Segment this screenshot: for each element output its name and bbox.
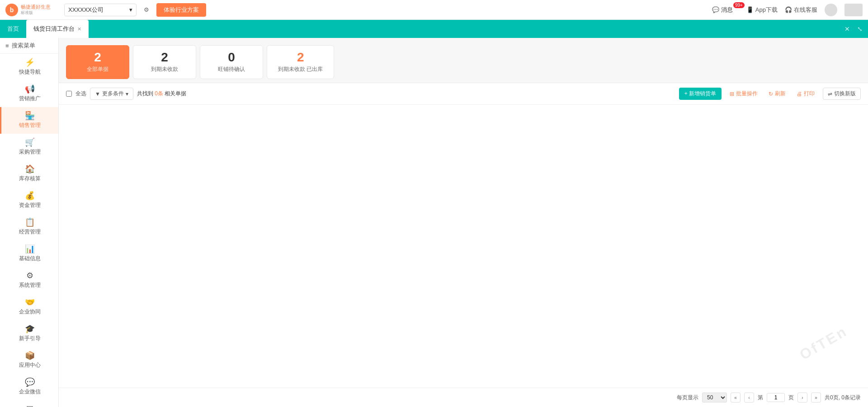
sidebar-item-sales[interactable]: 🏪 销售管理 xyxy=(0,107,58,134)
stat-card-overdue[interactable]: 2 到期未收款 xyxy=(133,45,196,79)
inventory-icon: 🏠 xyxy=(25,165,35,173)
main-layout: ≡ 搜索菜单 ⚡ 快捷导航 📢 营销推广 🏪 销售管理 🛒 采购管理 🏠 库存核… xyxy=(0,38,868,407)
message-button[interactable]: 💬 消息 99+ xyxy=(712,6,739,14)
quick-nav-icon: ⚡ xyxy=(25,58,35,66)
tab-bar-actions: ✕ ⤡ xyxy=(843,23,868,34)
sidebar-item-marketing[interactable]: 📢 营销推广 xyxy=(0,80,58,107)
prev-page-button[interactable]: ‹ xyxy=(744,393,754,402)
sidebar-item-enterprise-label: 企业协同 xyxy=(19,308,41,316)
sidebar-item-guide[interactable]: 🎓 新手引导 xyxy=(0,320,58,347)
switch-new-version-button[interactable]: ⇌ 切换新版 xyxy=(823,88,861,100)
watermark: OfTEn xyxy=(797,323,851,363)
stat-card-wangpu[interactable]: 0 旺铺待确认 xyxy=(200,45,263,79)
app-name: 畅捷通好生意 xyxy=(21,4,51,10)
print-label: 打印 xyxy=(804,90,815,98)
company-selector[interactable]: XXXXXX公司 ▾ xyxy=(64,4,137,16)
sidebar-item-purchase-label: 采购管理 xyxy=(19,148,41,156)
first-page-button[interactable]: « xyxy=(731,393,741,402)
sidebar-item-app-center[interactable]: 📦 应用中心 xyxy=(0,347,58,374)
total-text: 共0页, 0条记录 xyxy=(825,394,861,402)
refresh-button[interactable]: ↻ 刷新 xyxy=(766,88,788,99)
header-right: 💬 消息 99+ 📱 App下载 🎧 在线客服 xyxy=(712,4,863,16)
page-number-input[interactable] xyxy=(767,393,785,402)
last-page-button[interactable]: » xyxy=(811,393,821,402)
sidebar-item-system[interactable]: ⚙ 系统管理 xyxy=(0,267,58,294)
company-name: XXXXXX公司 xyxy=(68,6,104,14)
finance-icon: 💰 xyxy=(25,192,35,200)
per-page-label: 每页显示 xyxy=(677,394,698,402)
refresh-label: 刷新 xyxy=(775,90,786,98)
tab-home-label: 首页 xyxy=(7,25,19,33)
sidebar: ≡ 搜索菜单 ⚡ 快捷导航 📢 营销推广 🏪 销售管理 🛒 采购管理 🏠 库存核… xyxy=(0,38,59,407)
switch-icon: ⇌ xyxy=(828,91,832,97)
sidebar-item-app-center-label: 应用中心 xyxy=(19,361,41,369)
print-icon: 🖨 xyxy=(797,91,802,97)
refresh-icon: ↻ xyxy=(769,91,773,97)
close-window-button[interactable]: ✕ xyxy=(843,23,852,34)
new-sales-order-button[interactable]: + 新增销货单 xyxy=(679,88,722,100)
sidebar-item-basic[interactable]: 📊 基础信息 xyxy=(0,240,58,267)
filter-chevron-icon: ▾ xyxy=(126,91,128,97)
message-badge: 99+ xyxy=(733,2,745,8)
stat-card-shipped[interactable]: 2 到期未收款 已出库 xyxy=(267,45,334,79)
stat-card-all[interactable]: 2 全部单据 xyxy=(66,45,129,79)
close-icon[interactable]: ✕ xyxy=(77,26,81,32)
headset-icon: 🎧 xyxy=(785,6,792,13)
online-service-button[interactable]: 🎧 在线客服 xyxy=(785,6,817,14)
toolbar: 全选 ▼ 更多条件 ▾ 共找到 0条 相关单据 + 新增销货单 ⊞ 批量操作 xyxy=(59,83,868,105)
page-size-select[interactable]: 50 100 200 xyxy=(702,393,727,402)
sidebar-item-enterprise[interactable]: 🤝 企业协同 xyxy=(0,294,58,320)
pagination: 每页显示 50 100 200 « ‹ 第 页 › » 共0页, 0条记录 xyxy=(59,388,868,407)
sidebar-item-operations[interactable]: 📋 经营管理 xyxy=(0,214,58,240)
settings-button[interactable]: ⚙ xyxy=(140,4,153,16)
filter-button[interactable]: ▼ 更多条件 ▾ xyxy=(90,88,133,100)
page-label: 第 xyxy=(758,394,763,402)
enterprise-icon: 🤝 xyxy=(25,298,35,306)
online-service-label: 在线客服 xyxy=(794,6,817,14)
system-icon: ⚙ xyxy=(26,271,33,280)
sidebar-item-member[interactable]: ▽ 畅会员 xyxy=(0,400,58,407)
select-all-checkbox[interactable] xyxy=(66,91,72,97)
logo-icon: b xyxy=(5,4,18,16)
tab-workbench[interactable]: 钱货日清工作台 ✕ xyxy=(26,20,89,38)
print-button[interactable]: 🖨 打印 xyxy=(794,88,817,99)
stat-number-overdue: 2 xyxy=(144,51,185,64)
sidebar-item-marketing-label: 营销推广 xyxy=(19,95,41,103)
purchase-icon: 🛒 xyxy=(25,138,35,146)
sidebar-item-sales-label: 销售管理 xyxy=(19,122,41,129)
weixin-icon: 💬 xyxy=(25,378,35,386)
content-area: 2 全部单据 2 到期未收款 0 旺铺待确认 2 到期未收款 已出库 xyxy=(59,38,868,407)
stats-cards: 2 全部单据 2 到期未收款 0 旺铺待确认 2 到期未收款 已出库 xyxy=(59,38,868,83)
search-menu-item[interactable]: ≡ 搜索菜单 xyxy=(0,38,58,54)
sidebar-item-operations-label: 经营管理 xyxy=(19,228,41,236)
batch-icon: ⊞ xyxy=(730,91,734,97)
app-center-icon: 📦 xyxy=(25,351,35,360)
avatar[interactable] xyxy=(825,4,837,16)
stat-number-wangpu: 0 xyxy=(211,51,252,64)
sidebar-item-inventory-label: 库存核算 xyxy=(19,175,41,182)
phone-icon: 📱 xyxy=(746,6,754,13)
sidebar-item-purchase[interactable]: 🛒 采购管理 xyxy=(0,134,58,160)
stat-label-shipped: 到期未收款 已出库 xyxy=(278,65,323,73)
tab-home[interactable]: 首页 xyxy=(0,20,26,38)
app-download-button[interactable]: 📱 App下载 xyxy=(746,6,778,14)
sidebar-item-finance[interactable]: 💰 资金管理 xyxy=(0,187,58,214)
tab-bar: 首页 钱货日清工作台 ✕ ✕ ⤡ xyxy=(0,20,868,38)
toolbar-right: + 新增销货单 ⊞ 批量操作 ↻ 刷新 🖨 打印 ⇌ xyxy=(679,88,861,100)
sidebar-item-weixin[interactable]: 💬 企业微信 xyxy=(0,374,58,400)
maximize-button[interactable]: ⤡ xyxy=(855,23,864,34)
username-area[interactable] xyxy=(844,4,863,16)
message-icon: 💬 xyxy=(712,6,719,13)
sidebar-item-inventory[interactable]: 🏠 库存核算 xyxy=(0,160,58,187)
app-badge: 标准版 xyxy=(21,10,51,16)
sales-icon: 🏪 xyxy=(25,112,35,120)
sidebar-item-quick-nav-label: 快捷导航 xyxy=(19,68,41,76)
try-industry-button[interactable]: 体验行业方案 xyxy=(156,3,206,17)
stat-label-overdue: 到期未收款 xyxy=(144,65,185,73)
batch-label: 批量操作 xyxy=(736,90,758,98)
main-content: 2 全部单据 2 到期未收款 0 旺铺待确认 2 到期未收款 已出库 xyxy=(59,38,868,407)
stat-number-shipped: 2 xyxy=(278,51,323,64)
sidebar-item-quick-nav[interactable]: ⚡ 快捷导航 xyxy=(0,54,58,80)
batch-operations-button[interactable]: ⊞ 批量操作 xyxy=(727,88,760,99)
next-page-button[interactable]: › xyxy=(797,393,807,402)
